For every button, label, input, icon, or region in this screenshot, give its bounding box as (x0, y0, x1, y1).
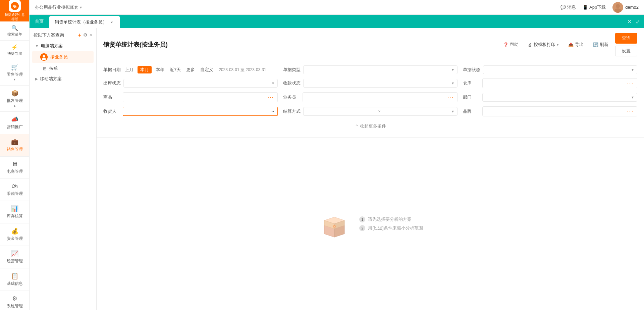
export-label: 导出 (575, 42, 584, 48)
quick-icon: ⚡ (11, 44, 18, 50)
sidebar-quick[interactable]: ⚡ 快捷导航 (0, 41, 29, 59)
window-max-btn[interactable]: ⤢ (636, 18, 640, 25)
panel-collapse-btn[interactable]: « (90, 32, 92, 38)
date-tab-custom[interactable]: 自定义 (199, 66, 215, 73)
export-btn[interactable]: 📤 导出 (566, 40, 586, 49)
sidebar-item-basic[interactable]: 📋 基础信息 (0, 268, 29, 291)
empty-tips: 1 请先选择要分析的方案 2 用[过滤]条件来缩小分析范围 (359, 216, 423, 231)
date-tab-more[interactable]: 更多 (185, 66, 196, 73)
refresh-btn[interactable]: 🔄 刷新 (590, 40, 611, 49)
svg-point-3 (616, 4, 620, 8)
sidebar-item-operations[interactable]: 📈 经营管理 (0, 246, 29, 268)
page-header: 销货单统计表(按业务员) ❓ 帮助 🖨 按模板打印 ▾ 📤 导出 (97, 28, 644, 60)
pc-scheme-title[interactable]: ▼ 电脑端方案 (32, 41, 94, 51)
setting-btn[interactable]: 设置 (615, 46, 637, 56)
sidebar-item-retail[interactable]: 🛒 零售管理 ▾ (0, 59, 29, 86)
outstatus-label: 出库状态 (103, 80, 121, 86)
wholesale-arrow: ▴ (14, 104, 15, 107)
add-scheme-btn[interactable]: + (78, 32, 81, 38)
filter-docstatus-cell: 单据状态 ▾ (463, 65, 637, 74)
collectstatus-select[interactable]: ▾ (303, 79, 458, 88)
tab-home[interactable]: 首页 (30, 15, 49, 28)
help-btn[interactable]: ❓ 帮助 (500, 40, 521, 49)
basic-icon: 📋 (11, 272, 18, 280)
filter-warehouse-cell: 仓库 ··· (463, 78, 637, 88)
user-profile[interactable]: demo2 (612, 2, 639, 13)
empty-state: ! 1 请先选择要分析的方案 2 用[过滤]条件来缩小分析范围 (97, 138, 644, 310)
brand-select[interactable]: ··· (482, 106, 637, 116)
svg-text:!: ! (334, 226, 335, 228)
settlement-label: 结算方式 (283, 108, 301, 114)
sidebar-item-wholesale[interactable]: 📦 批发管理 ▴ (0, 86, 29, 112)
by-sales-icon (40, 53, 48, 61)
warehouse-select[interactable]: ··· (482, 78, 637, 88)
sidebar-label-purchase: 采购管理 (7, 191, 23, 197)
consignee-input[interactable]: ··· (123, 107, 278, 116)
sidebar-search[interactable]: 🔍 搜索菜单 (0, 21, 29, 41)
scheme-by-order[interactable]: ⊞ 按单 (32, 63, 94, 74)
settlement-arrow: ▾ (452, 109, 454, 114)
scheme-settings-btn[interactable]: ⚙ (83, 32, 88, 38)
tab-close-btn[interactable]: × (109, 19, 114, 25)
sidebar-item-purchase[interactable]: 🛍 采购管理 (0, 179, 29, 201)
filter-row-4: 收货人 ··· 结算方式 × ▾ (103, 106, 637, 116)
outstatus-select[interactable]: ▾ (123, 79, 278, 88)
tip-num-1: 1 (359, 216, 365, 222)
sidebar-item-marketing[interactable]: 📣 营销推广 (0, 112, 29, 134)
date-tab-last7[interactable]: 近7天 (168, 66, 182, 73)
app-download-btn[interactable]: 📱 App下载 (583, 4, 606, 10)
date-label: 单据日期 (103, 67, 121, 73)
sidebar-label-wholesale: 批发管理 (7, 98, 23, 104)
tab-sales-stat[interactable]: 销货单统计表（按业务员） × (49, 16, 120, 28)
sidebar-item-system[interactable]: ⚙ 系统管理 (0, 291, 29, 310)
consignee-label: 收货人 (103, 108, 120, 114)
scheme-by-sales[interactable]: 按业务员 (32, 51, 94, 63)
operations-icon: 📈 (11, 250, 18, 257)
date-tab-this-month[interactable]: 本月 (138, 66, 152, 73)
sales-icon: 💼 (11, 138, 18, 146)
app-logo[interactable]: 畅 畅捷通好生意 标版 (0, 0, 30, 21)
msg-btn[interactable]: 💬 消息 (560, 4, 576, 10)
pc-scheme-group: ▼ 电脑端方案 按业务员 ⊞ 按单 (30, 41, 96, 74)
product-dots[interactable]: ··· (268, 94, 274, 100)
panel-title: 按以下方案查询 (34, 32, 64, 38)
settlement-select[interactable]: × ▾ (303, 107, 458, 116)
sidebar-label-basic: 基础信息 (7, 281, 23, 287)
dept-select[interactable]: ▾ (482, 93, 637, 102)
salesman-dots[interactable]: ··· (447, 94, 454, 100)
query-btn[interactable]: 查询 (615, 33, 637, 44)
mobile-scheme-title[interactable]: ▶ 移动端方案 (30, 74, 96, 84)
svg-point-6 (43, 55, 45, 58)
pc-arrow: ▼ (35, 44, 39, 48)
filter-consignee-cell: 收货人 ··· (103, 106, 278, 116)
sidebar-item-inventory[interactable]: 📊 库存核算 (0, 201, 29, 223)
product-select[interactable]: ··· (123, 92, 278, 102)
date-tab-last-month[interactable]: 上月 (123, 66, 135, 73)
empty-illustration: ! (318, 207, 351, 241)
print-btn[interactable]: 🖨 按模板打印 ▾ (525, 40, 561, 49)
salesman-select[interactable]: ··· (303, 92, 458, 102)
quick-label: 快捷导航 (7, 51, 22, 56)
print-arrow: ▾ (557, 43, 559, 47)
date-tab-this-year[interactable]: 本年 (154, 66, 166, 73)
window-close-btn[interactable]: ✕ (627, 18, 632, 25)
sidebar-item-sales[interactable]: 💼 销售管理 (0, 134, 29, 157)
brand-dots[interactable]: ··· (627, 108, 634, 114)
sidebar-item-ecommerce[interactable]: 🖥 电商管理 (0, 157, 29, 179)
docstatus-select[interactable]: ▾ (483, 65, 637, 74)
warehouse-dots[interactable]: ··· (627, 80, 634, 86)
sidebar: 畅 畅捷通好生意 标版 🔍 搜索菜单 ⚡ 快捷导航 🛒 零售管理 ▾ 📦 批发管… (0, 0, 30, 310)
consignee-dots[interactable]: ··· (270, 109, 274, 114)
collapse-btn[interactable]: ⌃ 收起更多条件 (352, 120, 389, 132)
doctype-select[interactable]: ▾ (303, 65, 458, 74)
tip-text-1: 请先选择要分析的方案 (368, 216, 412, 222)
tabbar-actions: ✕ ⤢ (623, 15, 644, 28)
salesman-label: 业务员 (283, 94, 300, 100)
by-sales-label: 按业务员 (50, 54, 68, 60)
system-icon: ⚙ (12, 295, 17, 302)
topbar-right: 💬 消息 📱 App下载 demo2 (560, 2, 639, 13)
svg-text:畅: 畅 (13, 4, 16, 8)
settlement-clear[interactable]: × (378, 109, 380, 114)
sidebar-item-finance[interactable]: 💰 资金管理 (0, 223, 29, 246)
company-title[interactable]: 办公用品行业模拟账套 ▾ (35, 4, 82, 10)
